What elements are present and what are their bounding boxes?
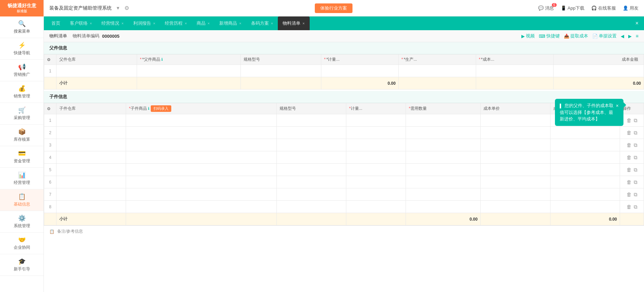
child-row-6-unit-cost[interactable] [481,176,550,188]
child-row-4-unit-cost[interactable] [481,151,550,164]
user-menu-button[interactable]: 👤 用友 [623,5,639,11]
parent-row-1-warehouse[interactable] [57,65,137,77]
child-row-7-unit-cost[interactable] [481,188,550,201]
tab-bom[interactable]: 物料清单 × [278,16,309,30]
child-row-8-unit-cost[interactable] [481,201,550,213]
child-row-3-product[interactable] [126,139,276,151]
expand-btn[interactable]: ≡ [636,33,639,39]
tab-operations[interactable]: 经营情况 × [97,16,128,30]
child-row-2-product[interactable] [126,127,276,139]
tab-home[interactable]: 首页 [47,16,65,30]
tab-profit-close[interactable]: × [153,21,155,25]
prev-btn[interactable]: ◀ [621,34,624,39]
copy-row-7-button[interactable]: ⧉ [634,191,637,198]
sidebar-item-operations[interactable]: 📊 经营管理 [0,168,44,189]
copy-row-3-button[interactable]: ⧉ [634,142,637,148]
child-row-7-product[interactable] [126,188,276,201]
child-row-4-qty[interactable] [406,151,481,164]
tab-operations-close[interactable]: × [121,21,123,25]
sidebar-item-enterprise[interactable]: 🤝 企业协同 [0,233,44,254]
settings-icon[interactable]: ⚙ [124,5,129,11]
copy-row-6-button[interactable]: ⧉ [634,179,637,185]
child-row-2-unit-cost[interactable] [481,127,550,139]
child-row-3-unit-cost[interactable] [481,139,550,151]
copy-row-5-button[interactable]: ⧉ [634,167,637,173]
tab-bom-close[interactable]: × [302,21,305,25]
child-row-7-qty[interactable] [406,188,481,201]
child-row-8-product[interactable] [126,201,276,213]
child-row-8-unit[interactable] [346,201,406,213]
delete-row-2-button[interactable]: 🗑 [627,130,632,136]
copy-row-1-button[interactable]: ⧉ [634,117,637,124]
child-row-4-product[interactable] [126,151,276,164]
delete-row-3-button[interactable]: 🗑 [627,142,632,148]
copy-row-4-button[interactable]: ⧉ [634,154,637,161]
message-button[interactable]: 💬 消息 6 [538,5,554,11]
delete-row-6-button[interactable]: 🗑 [627,179,632,185]
child-row-6-product[interactable] [126,176,276,188]
child-row-5-unit-cost[interactable] [481,164,550,176]
trial-button[interactable]: 体验行业方案 [315,3,352,13]
sidebar-item-quicknav[interactable]: ⚡ 快捷导航 [0,38,44,60]
single-settings-btn[interactable]: 📄 单据设置 [592,33,617,39]
child-row-7-unit[interactable] [346,188,406,201]
tab-barcode[interactable]: 条码方案 × [246,16,278,30]
parent-row-1-cost[interactable] [476,65,553,77]
delete-row-8-button[interactable]: 🗑 [627,204,632,210]
child-row-5-product[interactable] [126,164,276,176]
child-row-1-product[interactable] [126,114,276,127]
child-row-6-warehouse[interactable] [57,176,126,188]
extract-cost-btn[interactable]: 📥 提取成本 [564,33,588,39]
app-download-button[interactable]: 📱 App下载 [561,5,584,11]
shortcut-btn[interactable]: ⌨ 快捷键 [539,33,560,39]
delete-row-5-button[interactable]: 🗑 [627,167,632,173]
tab-goods[interactable]: 商品 × [192,16,214,30]
child-row-1-qty[interactable] [406,114,481,127]
child-col-settings[interactable]: ⚙ [44,103,57,114]
parent-row-1-product[interactable] [137,65,240,77]
tab-add-goods-close[interactable]: × [239,21,241,25]
video-btn[interactable]: ▶ 视频 [521,33,535,39]
child-row-1-warehouse[interactable] [57,114,126,127]
child-row-6-qty[interactable] [406,176,481,188]
child-row-1-spec[interactable] [276,114,346,127]
parent-col-settings[interactable]: ⚙ [44,55,57,65]
delete-row-1-button[interactable]: 🗑 [627,117,632,124]
child-row-5-warehouse[interactable] [57,164,126,176]
child-row-5-spec[interactable] [276,164,346,176]
parent-row-1-spec[interactable] [240,65,321,77]
child-row-1-unit-cost[interactable] [481,114,550,127]
child-row-3-spec[interactable] [276,139,346,151]
child-row-2-unit[interactable] [346,127,406,139]
scan-input-button[interactable]: 扫码录入 [151,105,171,112]
tooltip-close-button[interactable]: × [616,102,619,109]
child-row-8-warehouse[interactable] [57,201,126,213]
child-row-7-spec[interactable] [276,188,346,201]
child-row-3-unit[interactable] [346,139,406,151]
child-row-4-spec[interactable] [276,151,346,164]
tab-barcode-close[interactable]: × [271,21,273,25]
tab-profit[interactable]: 利润报告 × [128,16,160,30]
sidebar-item-marketing[interactable]: 📢 营销推广 [0,60,44,81]
sidebar-item-system[interactable]: ⚙️ 系统管理 [0,211,44,233]
child-row-5-unit[interactable] [346,164,406,176]
close-all-tabs-button[interactable]: × [633,20,641,26]
tab-customer[interactable]: 客户联络 × [65,16,97,30]
parent-row-1-production[interactable] [398,65,476,77]
online-service-button[interactable]: 🎧 在线客服 [591,5,616,11]
copy-row-2-button[interactable]: ⧉ [634,130,637,136]
sidebar-item-basic-info[interactable]: 📋 基础信息 [0,189,44,211]
tab-customer-close[interactable]: × [90,21,92,25]
sidebar-item-purchase[interactable]: 🛒 采购管理 [0,103,44,125]
sidebar-item-inventory[interactable]: 📦 库存核算 [0,125,44,146]
tab-add-goods[interactable]: 新增商品 × [214,16,246,30]
copy-row-8-button[interactable]: ⧉ [634,204,637,210]
sidebar-item-finance[interactable]: 💳 资金管理 [0,146,44,168]
sidebar-item-guide[interactable]: 🎓 新手引导 [0,254,44,276]
parent-row-1-unit[interactable] [321,65,399,77]
child-row-5-qty[interactable] [406,164,481,176]
tab-goods-close[interactable]: × [208,21,210,25]
delete-row-7-button[interactable]: 🗑 [627,191,632,198]
delete-row-4-button[interactable]: 🗑 [627,154,632,161]
dropdown-arrow-icon[interactable]: ▼ [116,5,120,11]
